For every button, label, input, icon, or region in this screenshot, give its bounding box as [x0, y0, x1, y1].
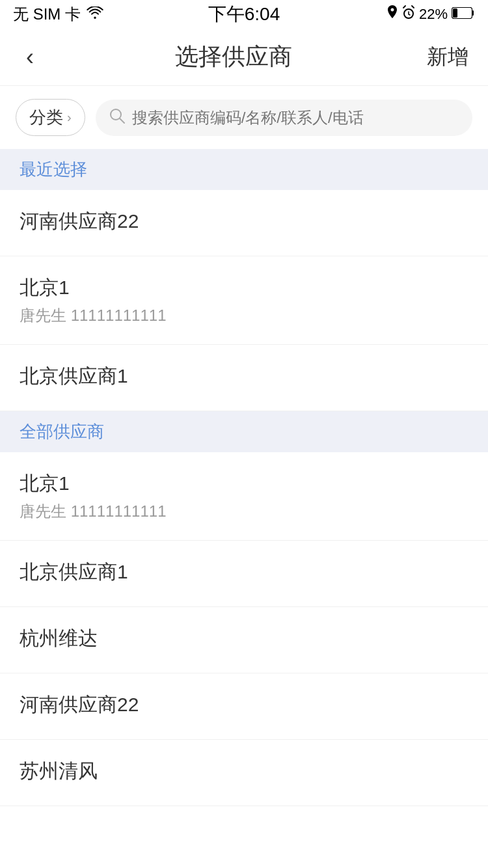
- chevron-right-icon: ›: [67, 110, 72, 125]
- wifi-icon: [86, 5, 104, 23]
- status-bar: 无 SIM 卡 下午6:04 22%: [0, 0, 488, 29]
- add-button[interactable]: 新增: [427, 43, 468, 72]
- search-input-wrap[interactable]: [96, 100, 472, 136]
- search-icon: [109, 107, 126, 128]
- battery-icon: [452, 6, 475, 23]
- list-item[interactable]: 杭州维达: [0, 607, 488, 673]
- svg-line-4: [120, 118, 124, 123]
- recent-list: 河南供应商22北京1唐先生 11111111111北京供应商1: [0, 190, 488, 411]
- battery-text: 22%: [419, 6, 448, 23]
- item-name: 北京1: [20, 470, 468, 497]
- search-bar: 分类 ›: [0, 86, 488, 149]
- all-list: 北京1唐先生 11111111111北京供应商1杭州维达河南供应商22苏州清风: [0, 452, 488, 806]
- list-item[interactable]: 北京供应商1: [0, 541, 488, 607]
- item-name: 杭州维达: [20, 625, 468, 652]
- nav-bar: ‹ 选择供应商 新增: [0, 29, 488, 86]
- item-name: 河南供应商22: [20, 208, 468, 235]
- list-item[interactable]: 北京1唐先生 11111111111: [0, 256, 488, 345]
- all-section-header: 全部供应商: [0, 411, 488, 452]
- item-sub: 唐先生 11111111111: [20, 501, 468, 522]
- alarm-icon: [402, 5, 415, 23]
- item-name: 北京1: [20, 275, 468, 301]
- back-button[interactable]: ‹: [20, 37, 40, 77]
- list-item[interactable]: 河南供应商22: [0, 190, 488, 256]
- list-item[interactable]: 北京供应商1: [0, 345, 488, 411]
- svg-rect-2: [453, 8, 457, 18]
- status-time: 下午6:04: [208, 2, 280, 27]
- item-name: 北京供应商1: [20, 363, 468, 390]
- item-name: 河南供应商22: [20, 692, 468, 718]
- category-label: 分类: [29, 106, 63, 129]
- list-item[interactable]: 河南供应商22: [0, 673, 488, 740]
- item-name: 苏州清风: [20, 758, 468, 785]
- list-item[interactable]: 北京1唐先生 11111111111: [0, 452, 488, 541]
- status-right: 22%: [386, 5, 475, 23]
- list-item[interactable]: 苏州清风: [0, 740, 488, 806]
- carrier-text: 无 SIM 卡: [13, 4, 81, 25]
- search-input[interactable]: [132, 109, 459, 127]
- item-name: 北京供应商1: [20, 559, 468, 586]
- status-left: 无 SIM 卡: [13, 4, 104, 25]
- page-title: 选择供应商: [175, 41, 292, 73]
- item-sub: 唐先生 11111111111: [20, 305, 468, 326]
- category-button[interactable]: 分类 ›: [16, 99, 85, 136]
- location-icon: [386, 5, 398, 23]
- recent-section-header: 最近选择: [0, 149, 488, 190]
